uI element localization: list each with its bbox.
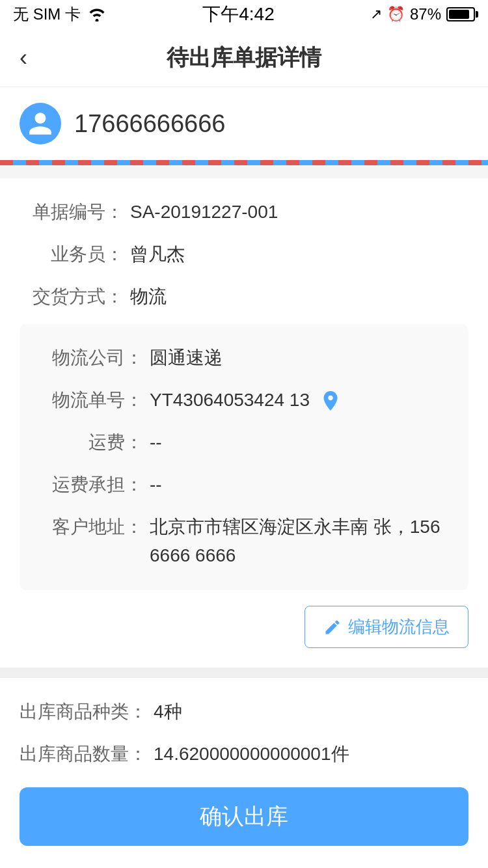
address-row: 客户地址： 北京市市辖区海淀区永丰南 张，156 6666 6666 <box>39 513 449 571</box>
avatar <box>20 103 61 144</box>
logistics-company-value: 圆通速递 <box>150 344 449 373</box>
freight-value: -- <box>150 428 449 457</box>
delivery-method-value: 物流 <box>130 282 468 312</box>
user-icon <box>27 110 54 137</box>
salesperson-label: 业务员： <box>20 240 124 269</box>
battery-percent: 87% <box>410 5 441 23</box>
document-section: 单据编号： SA-20191227-001 业务员： 曾凡杰 交货方式： 物流 … <box>0 178 488 668</box>
edit-logistics-label: 编辑物流信息 <box>348 616 450 638</box>
gray-divider <box>0 668 488 678</box>
user-phone: 17666666666 <box>74 110 225 138</box>
edit-logistics-button[interactable]: 编辑物流信息 <box>305 606 468 648</box>
edit-icon <box>323 618 342 636</box>
delivery-method-row: 交货方式： 物流 <box>20 282 468 312</box>
alarm-icon: ⏰ <box>387 6 405 23</box>
logistics-company-label: 物流公司： <box>39 344 143 373</box>
salesperson-row: 业务员： 曾凡杰 <box>20 240 468 269</box>
freight-row: 运费： -- <box>39 428 449 457</box>
delivery-method-label: 交货方式： <box>20 282 124 312</box>
logistics-card: 物流公司： 圆通速递 物流单号： YT43064053424 13 运费： --… <box>20 324 468 590</box>
status-bar-time: 下午4:42 <box>202 2 275 27</box>
goods-type-row: 出库商品种类： 4种 <box>20 698 468 727</box>
user-header: 17666666666 <box>0 87 488 160</box>
tracking-number-label: 物流单号： <box>39 386 143 415</box>
carrier-label: 无 SIM 卡 <box>13 4 81 25</box>
wifi-icon <box>87 7 107 21</box>
bottom-bar: 确认出库 <box>0 774 488 868</box>
document-number-value: SA-20191227-001 <box>130 198 468 227</box>
map-pin-icon[interactable] <box>319 389 342 413</box>
confirm-outbound-label: 确认出库 <box>200 802 288 832</box>
confirm-outbound-button[interactable]: 确认出库 <box>20 787 468 846</box>
salesperson-value: 曾凡杰 <box>130 240 468 269</box>
edit-btn-container: 编辑物流信息 <box>20 606 468 648</box>
status-bar: 无 SIM 卡 下午4:42 ↗ ⏰ 87% <box>0 0 488 29</box>
page-title: 待出库单据详情 <box>167 43 321 73</box>
nav-bar: ‹ 待出库单据详情 <box>0 29 488 87</box>
goods-quantity-row: 出库商品数量： 14.620000000000001件 <box>20 740 468 769</box>
battery-icon <box>446 7 475 21</box>
goods-type-label: 出库商品种类： <box>20 698 147 727</box>
battery-fill <box>449 10 469 19</box>
address-value: 北京市市辖区海淀区永丰南 张，156 6666 6666 <box>150 513 449 571</box>
goods-quantity-label: 出库商品数量： <box>20 740 147 769</box>
freight-bearer-row: 运费承担： -- <box>39 470 449 500</box>
status-bar-left: 无 SIM 卡 <box>13 4 107 25</box>
back-button[interactable]: ‹ <box>20 44 59 72</box>
location-status-icon: ↗ <box>370 6 382 23</box>
goods-quantity-value: 14.620000000000001件 <box>154 740 468 769</box>
freight-bearer-value: -- <box>150 470 449 500</box>
freight-label: 运费： <box>39 428 143 457</box>
status-bar-right: ↗ ⏰ 87% <box>370 5 475 23</box>
address-label: 客户地址： <box>39 513 143 571</box>
logistics-company-row: 物流公司： 圆通速递 <box>39 344 449 373</box>
tracking-number-row: 物流单号： YT43064053424 13 <box>39 386 449 415</box>
document-number-row: 单据编号： SA-20191227-001 <box>20 198 468 227</box>
tracking-number-value: YT43064053424 13 <box>150 386 449 415</box>
freight-bearer-label: 运费承担： <box>39 470 143 500</box>
document-number-label: 单据编号： <box>20 198 124 227</box>
dashed-divider <box>0 160 488 165</box>
goods-type-value: 4种 <box>154 698 468 727</box>
